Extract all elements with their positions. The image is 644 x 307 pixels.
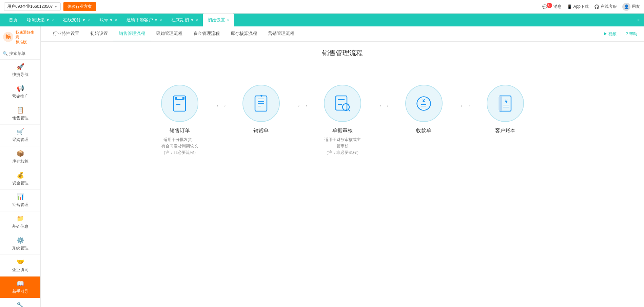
user-selector[interactable]: 用户690企业1660120507 ▼ [4,2,61,11]
folder-icon: 📁 [17,215,24,222]
try-solution-button[interactable]: 体验行业方案 [63,2,96,11]
flow-step-account-book: ¥ 客户账本 [475,85,536,137]
sidebar-item-label: 企业协同 [12,267,28,273]
handshake-icon: 🤝 [17,258,24,266]
subtab-purchase-flow[interactable]: 采购管理流程 [151,26,188,41]
sidebar-search-button[interactable]: 🔍 搜索菜单 [0,48,40,60]
sidebar-item-label: 销售管理 [12,115,28,121]
app-download-button[interactable]: 📱 App下载 [567,4,589,9]
tab-home[interactable]: 首页 [4,14,22,26]
subtab-inventory-flow[interactable]: 库存核算流程 [225,26,262,41]
sidebar-item-label: 新手引导 [12,289,28,294]
sidebar-item-system[interactable]: ⚙️ 系统管理 [0,233,40,255]
avatar: 👤 [622,3,630,11]
app-label: App下载 [573,4,589,9]
service-label: 在线客服 [601,4,617,9]
svg-rect-7 [182,97,184,100]
close-tab-icon[interactable]: × [196,18,198,22]
subtab-init[interactable]: 初始设置 [85,26,113,41]
tab-payment[interactable]: 在线支付 ▼ × [58,14,94,26]
sidebar-item-sales[interactable]: 📋 销售管理 [0,103,40,125]
receipt-icon: ¥ [405,85,443,122]
close-tab-icon[interactable]: × [52,18,54,22]
flow-step-review: 单据审核 适用于财务审核或主管审核（注：非必要流程） [312,85,373,156]
tab-logistics[interactable]: 物流快递 ▼ × [22,14,58,26]
chevron-down-icon: ▼ [154,18,158,22]
sidebar-item-enterprise[interactable]: 🤝 企业协同 [0,255,40,277]
online-service-button[interactable]: 🎧 在线客服 [594,4,617,9]
money-icon: 💰 [17,171,24,179]
step-name: 单据审核 [332,127,353,134]
gear-icon: ⚙️ [17,237,24,244]
sidebar-item-basic-info[interactable]: 📁 基础信息 [0,211,40,233]
page-content: 销售管理流程 销售订单 [41,42,644,307]
close-tab-icon[interactable]: × [115,18,117,22]
subtab-industry[interactable]: 行业特性设置 [47,26,85,41]
step-name: 销货单 [253,127,269,134]
chevron-down-icon: ▼ [46,18,50,22]
sidebar-item-guide[interactable]: 📖 新手引导 [0,277,40,298]
close-tab-icon[interactable]: × [87,18,90,22]
headset-icon: 🎧 [594,4,599,9]
subtab-sales-flow[interactable]: 销售管理流程 [113,26,151,41]
chevron-down-icon: ▼ [190,18,194,22]
flow-step-receipt: ¥ 收款单 [393,85,454,137]
flow-diagram: 销售订单 适用于分批发货、有合同发货周期较长（注：非必要流程） →→ [47,78,637,163]
sidebar-item-inventory[interactable]: 📦 库存核算 [0,146,40,168]
sales-order-icon [161,85,198,122]
step-name: 销售订单 [170,127,190,134]
svg-rect-24 [499,96,502,111]
user-avatar-button[interactable]: 👤 用友 [622,3,640,11]
step-name: 收款单 [416,127,431,134]
dropdown-arrow-icon: ▼ [54,5,58,8]
step-desc: 适用于财务审核或主管审核（注：非必要流程） [324,137,361,156]
sidebar-item-apps[interactable]: 🔧 应用中心 [0,298,40,307]
svg-text:¥: ¥ [423,98,425,103]
content-area: 行业特性设置 初始设置 销售管理流程 采购管理流程 资金管理流程 库存核算流程 … [41,26,644,307]
sidebar-item-label: 基础信息 [12,224,28,229]
flow-arrow-1: →→ [210,85,231,109]
sidebar-item-purchase[interactable]: 🛒 采购管理 [0,125,40,146]
close-tab-icon[interactable]: × [160,18,162,22]
box-icon: 📦 [17,150,24,157]
tab-account[interactable]: 账号 ▼ × [95,14,122,26]
rocket-icon: 🚀 [17,63,24,70]
megaphone-icon: 📢 [17,85,24,92]
main-layout: 畅 畅康通好生意 标准版 🔍 搜索菜单 🚀 快捷导航 📢 营销推广 📋 销售管理… [0,26,644,307]
video-button[interactable]: ▶ 视频 [603,31,617,37]
message-label: 消息 [553,4,562,9]
clipboard-icon: 📋 [17,106,24,114]
svg-rect-6 [175,97,177,100]
sidebar: 畅 畅康通好生意 标准版 🔍 搜索菜单 🚀 快捷导航 📢 营销推广 📋 销售管理… [0,26,41,307]
nav-tabs: 首页 物流快递 ▼ × 在线支付 ▼ × 账号 ▼ × 邀请下游客户 ▼ × 往… [0,14,644,26]
top-bar-right: 💬 6 消息 📱 App下载 🎧 在线客服 👤 用友 [542,3,640,11]
logo-icon: 畅 [3,32,14,42]
arrow-icon: →→ [294,102,309,109]
sidebar-item-operations[interactable]: 📊 经营管理 [0,190,40,211]
tab-period[interactable]: 往来期初 ▼ × [167,14,202,26]
account-book-icon: ¥ [487,85,524,122]
sub-tab-actions: ▶ 视频 | ? 帮助 [603,31,637,37]
arrow-icon: →→ [213,102,228,109]
subtab-marketing-flow[interactable]: 营销管理流程 [262,26,300,41]
help-button[interactable]: ? 帮助 [626,31,637,37]
arrow-icon: →→ [457,102,472,109]
svg-text:¥: ¥ [505,99,508,104]
sidebar-item-quick-nav[interactable]: 🚀 快捷导航 [0,60,40,81]
sidebar-item-finance[interactable]: 💰 资金管理 [0,168,40,190]
step-name: 客户账本 [495,127,515,134]
sidebar-item-marketing[interactable]: 📢 营销推广 [0,81,40,103]
close-all-tabs-button[interactable]: × [637,17,640,23]
top-bar-left: 用户690企业1660120507 ▼ 体验行业方案 [4,2,96,11]
book-icon: 📖 [17,280,24,287]
sidebar-item-label: 经营管理 [12,202,28,208]
page-title: 销售管理流程 [47,48,637,58]
svg-text:畅: 畅 [5,34,11,40]
sidebar-item-label: 库存核算 [12,159,28,164]
flow-step-invoice: 销货单 [231,85,292,137]
tab-init-settings[interactable]: 初始设置 × [203,14,234,26]
tab-invite[interactable]: 邀请下游客户 ▼ × [122,14,167,26]
subtab-finance-flow[interactable]: 资金管理流程 [188,26,225,41]
close-tab-icon[interactable]: × [227,18,229,22]
message-button[interactable]: 💬 6 消息 [542,4,562,9]
